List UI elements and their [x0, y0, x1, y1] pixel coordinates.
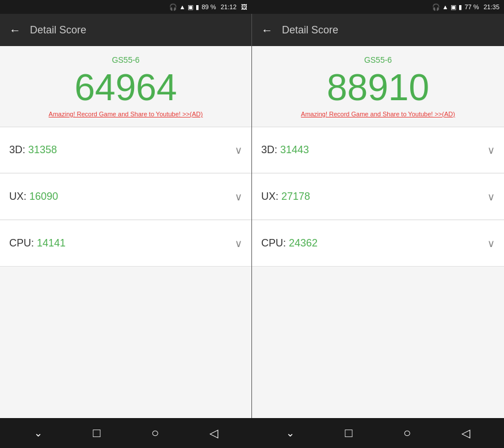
right-nav-circle[interactable]: ○: [396, 422, 419, 445]
right-total-score: 88910: [327, 69, 429, 106]
nav-right: ⌄ □ ○ ◁: [252, 418, 504, 448]
left-sim-icon: ▣: [188, 3, 193, 11]
left-back-button[interactable]: ←: [9, 24, 21, 37]
right-header: ← Detail Score: [252, 14, 504, 46]
left-chevron-cpu: ∨: [235, 237, 242, 250]
left-nav-circle[interactable]: ○: [144, 422, 167, 445]
left-battery-icon: ▮: [196, 3, 199, 11]
right-headphones-icon: 🎧: [432, 3, 440, 11]
left-score-label-3d: 3D: 31358: [9, 144, 57, 156]
right-score-item-cpu[interactable]: CPU: 24362 ∨: [252, 221, 504, 267]
left-nav-dropdown[interactable]: ⌄: [27, 422, 50, 445]
right-battery-icon: ▮: [459, 3, 462, 11]
left-headphones-icon: 🎧: [169, 3, 177, 11]
right-score-list: 3D: 31443 ∨ UX: 27178 ∨ CPU: 24362 ∨: [252, 127, 504, 418]
left-photo-icon: 🖼: [241, 3, 247, 10]
left-total-score: 64964: [75, 69, 177, 106]
left-score-value-cpu: 14141: [37, 237, 66, 249]
left-device-name: GS55-6: [112, 55, 139, 64]
right-time: 21:35: [483, 3, 499, 10]
right-score-value-3d: 31443: [280, 144, 309, 155]
left-chevron-ux: ∨: [235, 191, 242, 203]
right-score-label-cpu: CPU: 24362: [261, 237, 318, 249]
left-score-value-ux: 16090: [29, 191, 58, 202]
left-score-label-cpu: CPU: 14141: [9, 237, 66, 249]
nav-left: ⌄ □ ○ ◁: [0, 418, 252, 448]
left-score-item-cpu[interactable]: CPU: 14141 ∨: [0, 221, 251, 267]
status-bar-right: 🎧 ▲ ▣ ▮ 77 % 21:35: [252, 0, 504, 14]
nav-bar: ⌄ □ ○ ◁ ⌄ □ ○ ◁: [0, 418, 504, 448]
left-battery-pct: 89 %: [201, 3, 216, 10]
right-score-item-3d[interactable]: 3D: 31443 ∨: [252, 127, 504, 173]
right-score-card: GS55-6 88910 Amazing! Record Game and Sh…: [252, 46, 504, 127]
right-nav-triangle[interactable]: ◁: [454, 422, 477, 445]
status-bar-left: 🎧 ▲ ▣ ▮ 89 % 21:12 🖼: [0, 0, 252, 14]
right-back-button[interactable]: ←: [261, 24, 273, 37]
right-battery-pct: 77 %: [464, 3, 479, 10]
left-time: 21:12: [220, 3, 236, 10]
right-score-value-cpu: 24362: [289, 237, 318, 249]
right-chevron-cpu: ∨: [487, 237, 495, 250]
left-score-value-3d: 31358: [28, 144, 57, 155]
right-panel: ← Detail Score GS55-6 88910 Amazing! Rec…: [252, 14, 504, 418]
right-score-value-ux: 27178: [281, 191, 310, 202]
main-panels: ← Detail Score GS55-6 64964 Amazing! Rec…: [0, 14, 504, 418]
left-nav-triangle[interactable]: ◁: [202, 422, 225, 445]
left-ad-banner[interactable]: Amazing! Record Game and Share to Youtub…: [49, 111, 203, 117]
left-score-item-3d[interactable]: 3D: 31358 ∨: [0, 127, 251, 173]
right-header-title: Detail Score: [282, 24, 338, 36]
right-nav-square[interactable]: □: [337, 422, 360, 445]
left-score-item-ux[interactable]: UX: 16090 ∨: [0, 174, 251, 220]
right-device-name: GS55-6: [364, 55, 392, 64]
left-score-label-ux: UX: 16090: [9, 191, 58, 203]
left-wifi-icon: ▲: [180, 3, 186, 10]
left-header-title: Detail Score: [30, 24, 86, 36]
right-score-label-3d: 3D: 31443: [261, 144, 309, 156]
left-score-card: GS55-6 64964 Amazing! Record Game and Sh…: [0, 46, 251, 127]
right-score-label-ux: UX: 27178: [261, 191, 310, 203]
left-chevron-3d: ∨: [235, 144, 242, 157]
status-bar: 🎧 ▲ ▣ ▮ 89 % 21:12 🖼 🎧 ▲ ▣ ▮ 77 % 21:35: [0, 0, 504, 14]
left-score-list: 3D: 31358 ∨ UX: 16090 ∨ CPU: 14141 ∨: [0, 127, 251, 418]
left-panel: ← Detail Score GS55-6 64964 Amazing! Rec…: [0, 14, 252, 418]
right-sim-icon: ▣: [450, 3, 456, 11]
right-chevron-3d: ∨: [487, 144, 495, 157]
left-header: ← Detail Score: [0, 14, 251, 46]
right-wifi-icon: ▲: [442, 3, 449, 10]
left-nav-square[interactable]: □: [85, 422, 108, 445]
right-ad-banner[interactable]: Amazing! Record Game and Share to Youtub…: [301, 111, 455, 117]
right-chevron-ux: ∨: [487, 191, 495, 203]
right-nav-dropdown[interactable]: ⌄: [279, 422, 302, 445]
right-score-item-ux[interactable]: UX: 27178 ∨: [252, 174, 504, 220]
